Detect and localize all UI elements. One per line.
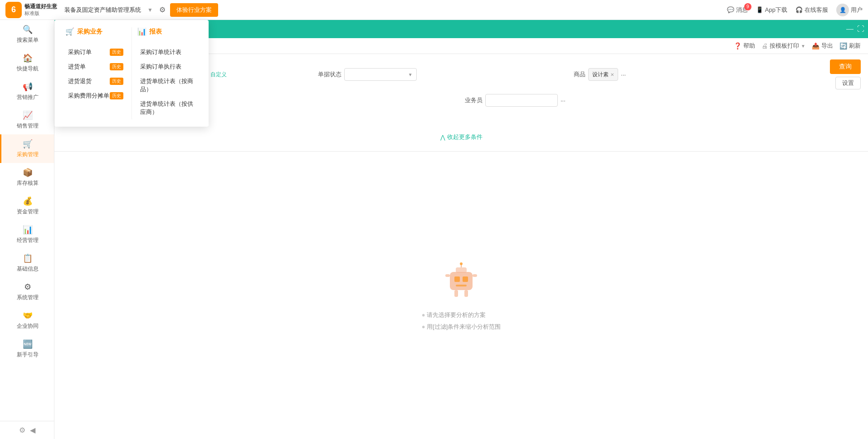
svg-rect-6 [454, 290, 458, 297]
salesperson-label: 业务员 [465, 96, 483, 104]
dropdown-report-item[interactable]: 进货单统计表（按供应商） [137, 97, 198, 119]
dropdown-menu: 🛒 采购业务 采购订单 历史 进货单 历史 进货退货 历史 采购费用分摊单 历史… [54, 20, 209, 127]
doc-status-arrow-icon: ▼ [408, 72, 413, 77]
sidebar-item-operation[interactable]: 📊 经营管理 [0, 220, 54, 249]
doc-status-select[interactable]: ▼ [344, 68, 417, 81]
report-col-title: 📊 报表 [137, 27, 198, 39]
help-btn[interactable]: ❓ 帮助 [734, 42, 755, 50]
finance-icon: 💰 [23, 196, 33, 206]
goods-label: 商品 [574, 70, 585, 79]
svg-point-10 [460, 262, 463, 265]
sidebar-item-marketing[interactable]: 📢 营销推广 [0, 77, 54, 106]
sidebar-item-guide[interactable]: 🆕 新手引导 [0, 335, 54, 363]
sidebar-label-finance: 资金管理 [17, 208, 39, 216]
doc-status-label: 单据状态 [318, 70, 341, 79]
app-download-btn[interactable]: 📱 App下载 [756, 6, 787, 14]
print-dropdown-icon[interactable]: ▼ [801, 44, 805, 49]
dropdown-purchase-item[interactable]: 进货单 历史 [65, 59, 126, 74]
col-divider [132, 27, 132, 119]
sidebar-item-inventory[interactable]: 📦 库存核算 [0, 163, 54, 192]
goods-tag-close[interactable]: ✕ [610, 72, 614, 77]
refresh-btn[interactable]: 🔄 刷新 [839, 42, 861, 50]
print-btn[interactable]: 🖨 按模板打印 ▼ [761, 42, 805, 50]
dropdown-report-item[interactable]: 进货单统计表（按商品） [137, 74, 198, 97]
svg-rect-2 [463, 276, 468, 282]
message-icon: 💬 [727, 6, 734, 13]
sidebar-label-enterprise: 企业协同 [17, 322, 39, 330]
inventory-icon: 📦 [23, 168, 33, 178]
avatar: 👤 [836, 4, 849, 16]
goods-tag: 设计素 ✕ [588, 68, 618, 81]
svg-rect-1 [454, 276, 460, 282]
goods-filter-group: 商品 设计素 ✕ ··· [574, 68, 823, 81]
sidebar-label-guide: 新手引导 [17, 351, 39, 359]
industry-btn[interactable]: 体验行业方案 [170, 3, 218, 17]
sidebar-collapse-btn[interactable]: ◀ [30, 426, 35, 434]
salesperson-select[interactable] [485, 94, 558, 107]
purchase-icon: 🛒 [23, 139, 33, 149]
message-btn[interactable]: 💬 消息 9 [727, 6, 748, 14]
goods-more-btn[interactable]: ··· [621, 71, 626, 78]
sidebar-label-inventory: 库存核算 [17, 179, 39, 187]
sidebar-settings-btn[interactable]: ⚙ [19, 426, 25, 434]
history-badge: 历史 [110, 49, 123, 56]
topbar: 6 畅通道好生意 标准版 装备及固定资产辅助管理系统 ▼ ⚙ 体验行业方案 💬 … [0, 0, 868, 20]
export-btn[interactable]: 📤 导出 [812, 42, 833, 50]
sidebar-label-system: 系统管理 [17, 294, 39, 301]
empty-illustration-svg [439, 258, 484, 304]
sidebar-item-finance[interactable]: 💰 资金管理 [0, 192, 54, 220]
svg-rect-3 [456, 285, 467, 286]
export-icon: 📤 [812, 42, 819, 49]
history-badge: 历史 [110, 78, 123, 85]
sidebar-bottom: ⚙ ◀ [0, 421, 54, 439]
empty-hints: 请先选择要分析的方案 用[过滤]条件来缩小分析范围 [422, 309, 501, 333]
user-btn[interactable]: 👤 用户 [836, 4, 863, 16]
sidebar-item-system[interactable]: ⚙ 系统管理 [0, 277, 54, 306]
svg-rect-5 [473, 274, 477, 277]
tab-maximize-icon[interactable]: ⛶ [857, 25, 864, 33]
history-badge: 历史 [110, 92, 123, 99]
logo: 6 畅通道好生意 标准版 [5, 2, 60, 18]
svg-rect-8 [456, 267, 467, 273]
sidebar-label-sales: 销售管理 [17, 122, 39, 130]
dropdown-purchase-item[interactable]: 进货退货 历史 [65, 74, 126, 89]
system-name: 装备及固定资产辅助管理系统 [64, 6, 141, 14]
dropdown-purchase-item[interactable]: 采购费用分摊单 历史 [65, 89, 126, 103]
purchase-col: 🛒 采购业务 采购订单 历史 进货单 历史 进货退货 历史 采购费用分摊单 历史 [62, 27, 130, 119]
sidebar-item-sales[interactable]: 📈 销售管理 [0, 106, 54, 134]
content-area: 请先选择要分析的方案 用[过滤]条件来缩小分析范围 [54, 152, 868, 439]
online-service-btn[interactable]: 🎧 在线客服 [795, 6, 828, 14]
collapse-btn[interactable]: ⋀ 收起更多条件 [440, 130, 483, 144]
sidebar: 🔍 搜索菜单 🏠 快捷导航 📢 营销推广 📈 销售管理 🛒 采购管理 📦 库存核… [0, 20, 54, 439]
doc-status-filter-group: 单据状态 ▼ [318, 68, 567, 81]
date-custom-btn[interactable]: 自定义 [210, 71, 227, 79]
salesperson-more-btn[interactable]: ··· [561, 97, 566, 104]
svg-rect-4 [445, 274, 450, 277]
dropdown-report-item[interactable]: 采购订单执行表 [137, 59, 198, 74]
tab-minimize-icon[interactable]: — [846, 25, 853, 33]
collapse-row: ⋀ 收起更多条件 [62, 128, 861, 146]
tabbar-controls: — ⛶ [846, 25, 864, 33]
sidebar-item-enterprise[interactable]: 🤝 企业协同 [0, 306, 54, 335]
sidebar-item-nav[interactable]: 🏠 快捷导航 [0, 49, 54, 77]
query-btn[interactable]: 查询 [830, 59, 861, 74]
report-col-icon: 📊 [137, 27, 146, 36]
print-icon: 🖨 [761, 42, 768, 49]
set-btn[interactable]: 设置 [835, 77, 861, 89]
message-badge: 9 [744, 3, 751, 10]
sidebar-item-basic[interactable]: 📋 基础信息 [0, 249, 54, 277]
headset-icon: 🎧 [795, 6, 803, 13]
help-icon: ❓ [734, 42, 741, 49]
settings-icon[interactable]: ⚙ [159, 5, 166, 14]
dropdown-purchase-item[interactable]: 采购订单 历史 [65, 45, 126, 59]
dropdown-report-item[interactable]: 采购订单统计表 [137, 45, 198, 59]
search-icon: 🔍 [23, 25, 33, 35]
collapse-up-icon: ⋀ [440, 134, 445, 141]
sidebar-item-purchase[interactable]: 🛒 采购管理 [0, 134, 54, 163]
enterprise-icon: 🤝 [23, 311, 33, 321]
action-group: 查询 设置 [830, 59, 861, 89]
dropdown-arrow-icon[interactable]: ▼ [147, 7, 153, 13]
salesperson-filter-group: 业务员 ··· [465, 94, 861, 107]
sidebar-item-search[interactable]: 🔍 搜索菜单 [0, 20, 54, 49]
phone-icon: 📱 [756, 6, 763, 13]
